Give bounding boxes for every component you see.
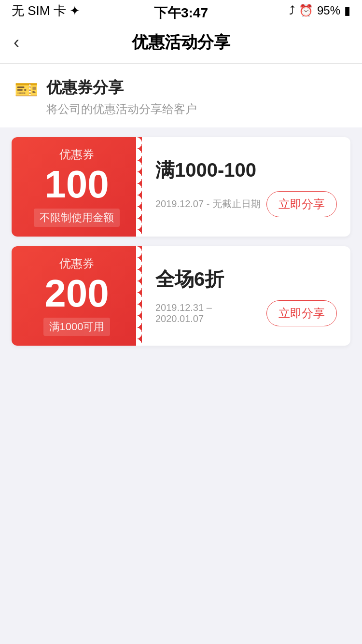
sim-label: 无 SIM 卡 ✦: [12, 2, 80, 19]
page-title: 优惠活动分享: [132, 31, 230, 54]
status-time: 下午3:47: [154, 4, 208, 22]
coupon-share-icon: 🎫: [14, 78, 39, 101]
battery-label: 95%: [317, 4, 340, 17]
share-button[interactable]: 立即分享: [266, 300, 337, 326]
back-button[interactable]: ‹: [14, 32, 19, 53]
coupon-label: 优惠券: [59, 147, 94, 162]
coupon-label: 优惠券: [59, 256, 94, 271]
coupon-amount: 100: [44, 165, 109, 204]
coupon-right: 全场6折 2019.12.31 – 2020.01.07 立即分享: [142, 246, 350, 346]
coupon-card: 优惠券 100 不限制使用金额 满1000-100 2019.12.07 - 无…: [12, 137, 350, 237]
coupon-meta-row: 2019.12.07 - 无截止日期 立即分享: [155, 191, 337, 217]
coupon-condition: 满1000可用: [43, 318, 111, 336]
coupon-amount: 200: [44, 274, 109, 313]
share-button[interactable]: 立即分享: [266, 191, 337, 217]
battery-icon: ▮: [344, 4, 350, 17]
section-text: 优惠券分享 将公司的优惠活动分享给客户: [46, 77, 197, 117]
location-icon: ⤴: [289, 4, 295, 17]
status-right: ⤴ ⏰ 95% ▮: [289, 4, 350, 17]
nav-bar: ‹ 优惠活动分享: [0, 21, 362, 64]
status-bar: 无 SIM 卡 ✦ 下午3:47 ⤴ ⏰ 95% ▮: [0, 0, 362, 21]
section-header: 🎫 优惠券分享 将公司的优惠活动分享给客户: [0, 64, 362, 127]
status-left: 无 SIM 卡 ✦: [12, 2, 80, 19]
coupon-left: 优惠券 100 不限制使用金额: [12, 137, 142, 237]
coupon-name: 全场6折: [155, 266, 337, 293]
coupon-left: 优惠券 200 满1000可用: [12, 246, 142, 346]
coupon-meta-row: 2019.12.31 – 2020.01.07 立即分享: [155, 300, 337, 326]
coupon-card: 优惠券 200 满1000可用 全场6折 2019.12.31 – 2020.0…: [12, 246, 350, 346]
alarm-icon: ⏰: [299, 4, 313, 17]
coupon-name: 满1000-100: [155, 157, 337, 183]
coupon-right: 满1000-100 2019.12.07 - 无截止日期 立即分享: [142, 137, 350, 237]
coupon-condition: 不限制使用金额: [34, 209, 120, 227]
section-subtitle: 将公司的优惠活动分享给客户: [46, 101, 197, 117]
section-title: 优惠券分享: [46, 77, 197, 98]
coupon-date: 2019.12.07 - 无截止日期: [155, 197, 262, 210]
coupon-date: 2019.12.31 – 2020.01.07: [155, 302, 262, 324]
empty-area: [0, 355, 362, 644]
coupon-list: 优惠券 100 不限制使用金额 满1000-100 2019.12.07 - 无…: [0, 127, 362, 355]
